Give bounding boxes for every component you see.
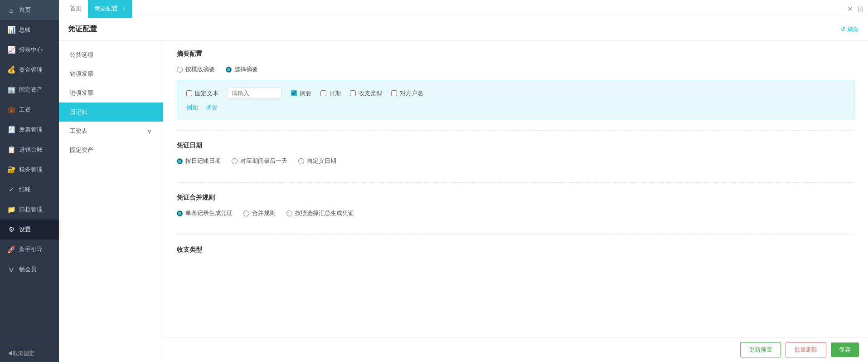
tab-voucher-config[interactable]: 凭证配置 × [88, 0, 132, 18]
summary-section: 摘要配置 按模版摘要 选择摘要 [177, 50, 854, 131]
summary-config-box: 固定文本 摘要 日期 [177, 80, 854, 119]
ledger-icon: 📊 [7, 26, 15, 34]
assets-icon: 🏢 [7, 86, 15, 94]
merge-rule-section: 凭证合并规则 单条记录生成凭证 合并规则 按照选择汇总生成凭证 [177, 194, 854, 235]
merge-rule-radio-merge[interactable]: 合并规则 [243, 209, 276, 217]
summary-radio-template[interactable]: 按模版摘要 [177, 65, 215, 73]
voucher-date-radio-group: 按日记账日期 对应期间最后一天 自定义日期 [177, 157, 854, 165]
update-preview-button[interactable]: 更新预置 [740, 342, 781, 357]
summary-radio-select[interactable]: 选择摘要 [226, 65, 258, 73]
window-resize-icon[interactable]: ⊡ [858, 5, 863, 13]
left-nav-item-purchase-invoice[interactable]: 进项发票 [59, 83, 163, 103]
sidebar-item-guide[interactable]: 🚀 新手引导 [0, 240, 59, 259]
checkbox-fixed-text[interactable]: 固定文本 [186, 89, 218, 98]
guide-icon: 🚀 [7, 245, 15, 254]
save-button[interactable]: 保存 [831, 342, 859, 357]
merge-rule-radio-select-merge[interactable]: 按照选择汇总生成凭证 [286, 209, 354, 217]
summary-section-title: 摘要配置 [177, 50, 854, 58]
voucher-date-section: 凭证日期 按日记账日期 对应期间最后一天 自定义日期 [177, 142, 854, 183]
income-type-title: 收支类型 [177, 246, 854, 254]
close-account-icon: ✓ [7, 186, 15, 194]
example-text: 例如： 摘要 [186, 103, 845, 112]
refresh-icon: ↺ [840, 26, 845, 33]
chevron-down-icon: ∨ [147, 128, 152, 135]
tab-bar-actions: ✕ ⊡ [847, 5, 863, 13]
checkbox-income-type[interactable]: 收支类型 [350, 89, 382, 98]
right-content: 摘要配置 按模版摘要 选择摘要 [163, 41, 868, 337]
merge-rule-radio-single[interactable]: 单条记录生成凭证 [177, 209, 233, 217]
tab-home[interactable]: 首页 [63, 0, 88, 18]
page-title: 凭证配置 [68, 24, 97, 34]
sidebar-item-salary[interactable]: 💼 工资 [0, 100, 59, 120]
funds-icon: 💰 [7, 66, 15, 74]
left-nav-item-payroll[interactable]: 工资表 ∨ [59, 122, 163, 141]
archive-icon: 📁 [7, 205, 15, 214]
left-nav-item-fixed-assets[interactable]: 固定资产 [59, 141, 163, 160]
voucher-date-radio-period[interactable]: 对应期间最后一天 [232, 157, 287, 165]
window-close-icon[interactable]: ✕ [847, 5, 853, 13]
summary-radio-group: 按模版摘要 选择摘要 [177, 65, 854, 73]
sidebar: ⌂ 首页 📊 总账 📈 报表中心 💰 资金管理 🏢 固定资产 💼 工资 🧾 发票… [0, 0, 59, 362]
sidebar-item-member[interactable]: V 畅会员 [0, 259, 59, 279]
page-header: 凭证配置 ↺ 刷新 [59, 18, 868, 41]
settings-icon: ⚙ [7, 225, 15, 234]
voucher-date-radio-custom[interactable]: 自定义日期 [298, 157, 336, 165]
tab-bar: 首页 凭证配置 × ✕ ⊡ [59, 0, 868, 18]
sidebar-unpin-button[interactable]: ◀取消固定 [0, 345, 59, 362]
income-type-section: 收支类型 [177, 246, 854, 272]
merge-rule-title: 凭证合并规则 [177, 194, 854, 202]
voucher-date-title: 凭证日期 [177, 142, 854, 150]
summary-checkbox-row: 固定文本 摘要 日期 [186, 88, 845, 99]
voucher-date-radio-journal[interactable]: 按日记账日期 [177, 157, 221, 165]
content-wrapper: 公共选项 销项发票 进项发票 日记账 工资表 ∨ 固定资产 [59, 41, 868, 362]
sidebar-item-reports[interactable]: 📈 报表中心 [0, 40, 59, 60]
left-nav-item-sales-invoice[interactable]: 销项发票 [59, 64, 163, 83]
left-nav-item-public[interactable]: 公共选项 [59, 45, 163, 64]
sidebar-item-settings[interactable]: ⚙ 设置 [0, 220, 59, 240]
merge-rule-radio-group: 单条记录生成凭证 合并规则 按照选择汇总生成凭证 [177, 209, 854, 217]
purchase-sales-icon: 📋 [7, 146, 15, 154]
tax-icon: 🔐 [7, 166, 15, 174]
checkbox-counterpart[interactable]: 对方户名 [391, 89, 423, 98]
sidebar-item-assets[interactable]: 🏢 固定资产 [0, 80, 59, 100]
sidebar-item-purchase-sales[interactable]: 📋 进销台账 [0, 140, 59, 160]
sidebar-item-close[interactable]: ✓ 结账 [0, 180, 59, 200]
fixed-text-input[interactable] [228, 88, 282, 99]
sidebar-item-home[interactable]: ⌂ 首页 [0, 0, 59, 20]
reports-icon: 📈 [7, 46, 15, 54]
sidebar-item-archive[interactable]: 📁 归档管理 [0, 200, 59, 220]
action-bar: 更新预置 批量删除 保存 [163, 337, 868, 362]
member-icon: V [7, 266, 15, 274]
invoice-mgmt-icon: 🧾 [7, 126, 15, 134]
sidebar-item-funds[interactable]: 💰 资金管理 [0, 60, 59, 80]
sidebar-item-tax[interactable]: 🔐 税务管理 [0, 160, 59, 180]
left-nav-item-journal[interactable]: 日记账 [59, 103, 163, 122]
sidebar-item-ledger[interactable]: 📊 总账 [0, 20, 59, 40]
main-area: 首页 凭证配置 × ✕ ⊡ 凭证配置 ↺ 刷新 公共选项 销项发票 进项 [59, 0, 868, 362]
checkbox-summary[interactable]: 摘要 [291, 89, 311, 98]
sidebar-item-invoice-mgmt[interactable]: 🧾 发票管理 [0, 120, 59, 140]
batch-delete-button[interactable]: 批量删除 [786, 342, 826, 357]
checkbox-date[interactable]: 日期 [320, 89, 341, 98]
refresh-button[interactable]: ↺ 刷新 [840, 25, 859, 34]
salary-icon: 💼 [7, 106, 15, 114]
home-icon: ⌂ [7, 6, 15, 14]
tab-close-icon[interactable]: × [122, 5, 126, 12]
left-nav: 公共选项 销项发票 进项发票 日记账 工资表 ∨ 固定资产 [59, 41, 163, 362]
